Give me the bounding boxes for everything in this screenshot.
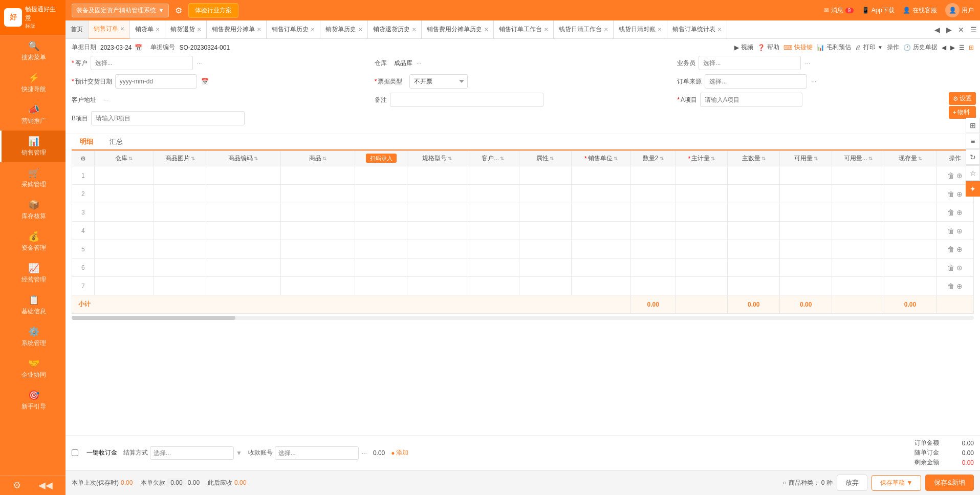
copy-icon[interactable]: ⊕ (956, 208, 963, 217)
cell-customer[interactable] (467, 259, 519, 277)
discard-button[interactable]: 放弃 (837, 475, 867, 491)
cell-product-code[interactable] (206, 222, 281, 240)
order-source-input[interactable] (705, 74, 807, 89)
cell-warehouse[interactable] (94, 203, 154, 222)
ticket-type-select[interactable]: 不开票 普通发票 增值税专用发票 (409, 74, 468, 89)
cell-product[interactable] (280, 259, 355, 277)
rp-active-button[interactable]: ✦ (966, 181, 980, 197)
tab-销货单历史[interactable]: 销货单历史✕ (320, 20, 368, 39)
tab-summary[interactable]: 汇总 (101, 134, 131, 150)
tab-销售订单工作台[interactable]: 销售订单工作台✕ (494, 20, 554, 39)
cell-main-qty[interactable] (728, 222, 780, 240)
cell-sales-unit[interactable] (571, 203, 630, 222)
tab-钱货日清工作台[interactable]: 钱货日清工作台✕ (554, 20, 614, 39)
b-project-input[interactable] (91, 111, 245, 125)
cell-spec[interactable] (407, 240, 467, 259)
cell-current-stock[interactable] (884, 240, 937, 259)
cell-main-qty[interactable] (728, 185, 780, 203)
checkout-checkbox[interactable] (72, 449, 78, 456)
cell-available2[interactable] (832, 166, 884, 185)
help-button[interactable]: ❓ 帮助 (757, 43, 779, 52)
tab-销售费用分摊单[interactable]: 销售费用分摊单✕ (207, 20, 267, 39)
tab-销售订单历史[interactable]: 销售订单历史✕ (267, 20, 320, 39)
sidebar-item-快捷导航[interactable]: ⚡快捷导航 (0, 67, 66, 99)
copy-icon[interactable]: ⊕ (956, 264, 963, 272)
add-button[interactable]: ● 添加 (391, 448, 408, 457)
sidebar-settings-icon[interactable]: ⚙ (13, 480, 21, 491)
operation-button[interactable]: 操作 (887, 43, 899, 52)
tab-销货退货[interactable]: 销货退货✕ (165, 20, 207, 39)
col-current-stock[interactable]: 现存量⇅ (884, 151, 937, 166)
sidebar-collapse-icon[interactable]: ◀◀ (38, 480, 53, 491)
view-button[interactable]: ▶ 视频 (734, 43, 753, 52)
col-settings[interactable]: ⚙ (72, 151, 95, 166)
cell-main-unit[interactable] (676, 222, 728, 240)
sidebar-item-搜索菜单[interactable]: 🔍搜索菜单 (0, 35, 66, 67)
cell-main-unit[interactable] (676, 203, 728, 222)
tab-close-icon[interactable]: ✕ (544, 27, 548, 32)
cell-warehouse[interactable] (94, 259, 154, 277)
cell-warehouse[interactable] (94, 185, 154, 203)
col-product-image[interactable]: 商品图片⇅ (154, 151, 206, 166)
cell-qty2[interactable] (631, 240, 676, 259)
cell-warehouse[interactable] (94, 166, 154, 185)
save-new-button[interactable]: 保存&新增 (925, 475, 974, 491)
app-download-button[interactable]: 📱 App下载 (862, 6, 895, 15)
copy-icon[interactable]: ⊕ (956, 227, 963, 235)
cell-spec[interactable] (407, 185, 467, 203)
cell-property[interactable] (519, 259, 571, 277)
col-qty2[interactable]: 数量2⇅ (631, 151, 676, 166)
tab-prev-button[interactable]: ◀ (931, 20, 943, 39)
cell-main-qty[interactable] (728, 240, 780, 259)
cell-main-unit[interactable] (676, 166, 728, 185)
cell-qty2[interactable] (631, 222, 676, 240)
tab-close-icon[interactable]: ✕ (120, 26, 124, 32)
rp-list-button[interactable]: ≡ (966, 134, 980, 149)
cell-qty2[interactable] (631, 277, 676, 295)
cell-qty2[interactable] (631, 259, 676, 277)
delete-icon[interactable]: 🗑 (947, 245, 954, 253)
a-project-input[interactable] (700, 93, 802, 107)
cell-spec[interactable] (407, 277, 467, 295)
sidebar-item-销售管理[interactable]: 📊销售管理 (0, 131, 66, 162)
tab-销货退货历史[interactable]: 销货退货历史✕ (368, 20, 422, 39)
cell-product[interactable] (280, 203, 355, 222)
cell-sales-unit[interactable] (571, 259, 630, 277)
list-view-button[interactable]: ☰ (959, 44, 965, 51)
col-available[interactable]: 可用量⇅ (780, 151, 832, 166)
delete-icon[interactable]: 🗑 (947, 208, 954, 217)
cell-available2[interactable] (832, 259, 884, 277)
tab-销售费用分摊单历史[interactable]: 销售费用分摊单历史✕ (422, 20, 494, 39)
col-product[interactable]: 商品⇅ (280, 151, 355, 166)
cell-available[interactable] (780, 185, 832, 203)
copy-icon[interactable]: ⊕ (956, 245, 963, 253)
tab-menu-button[interactable]: ☰ (967, 20, 980, 39)
message-button[interactable]: ✉ 消息 9 (824, 6, 854, 15)
cell-property[interactable] (519, 185, 571, 203)
cell-product-code[interactable] (206, 185, 281, 203)
cell-customer[interactable] (467, 166, 519, 185)
tab-钱货日清对账[interactable]: 钱货日清对账✕ (614, 20, 667, 39)
cell-main-unit[interactable] (676, 185, 728, 203)
industry-button[interactable]: 体验行业方案 (188, 3, 238, 18)
tab-close-icon[interactable]: ✕ (197, 27, 201, 32)
col-available2[interactable]: 可用量...⇅ (832, 151, 884, 166)
cell-spec[interactable] (407, 166, 467, 185)
cell-sales-unit[interactable] (571, 240, 630, 259)
cell-product-code[interactable] (206, 277, 281, 295)
cell-customer[interactable] (467, 203, 519, 222)
sidebar-item-营销推广[interactable]: 📣营销推广 (0, 99, 66, 131)
scan-button[interactable]: 扫码录入 (366, 154, 397, 163)
cell-product-code[interactable] (206, 203, 281, 222)
cell-scan[interactable] (355, 166, 407, 185)
cell-property[interactable] (519, 203, 571, 222)
tab-close-icon[interactable]: ✕ (717, 27, 722, 32)
cell-main-unit[interactable] (676, 277, 728, 295)
cell-available2[interactable] (832, 277, 884, 295)
rp-grid-button[interactable]: ⊞ (966, 118, 980, 133)
add-material-button[interactable]: + 物料 (949, 106, 976, 119)
payment-method-input[interactable] (150, 446, 234, 460)
tab-close-icon[interactable]: ✕ (311, 27, 315, 32)
tab-销售订单[interactable]: 销售订单✕ (89, 20, 130, 39)
sidebar-item-基础信息[interactable]: 📋基础信息 (0, 289, 66, 321)
